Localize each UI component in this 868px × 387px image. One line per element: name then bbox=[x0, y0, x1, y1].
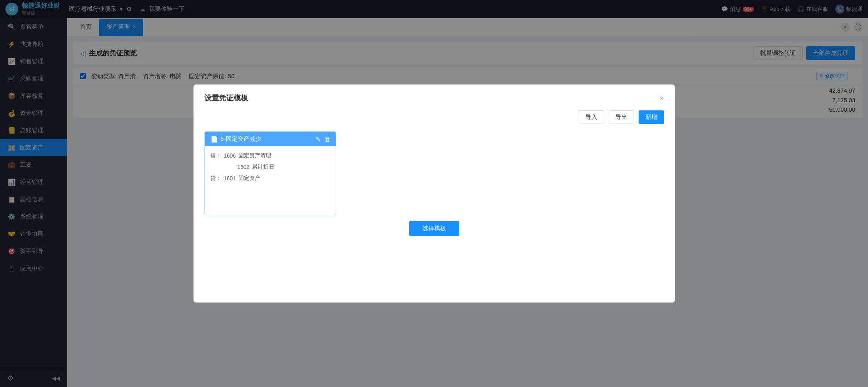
modal-dialog: 设置凭证模板 × 导入 导出 新增 📄 5-固定资产减少 ✎ 🗑 bbox=[193, 84, 675, 303]
modal-header: 设置凭证模板 × bbox=[193, 84, 675, 110]
template-row-3: 贷： 1601 固定资产 bbox=[205, 173, 336, 184]
new-btn[interactable]: 新增 bbox=[639, 110, 664, 124]
template-empty-rows bbox=[205, 184, 336, 211]
import-btn[interactable]: 导入 bbox=[579, 110, 604, 124]
template-card-actions: ✎ 🗑 bbox=[316, 136, 330, 143]
select-template-btn[interactable]: 选择模板 bbox=[409, 221, 459, 236]
template-file-icon: 📄 bbox=[210, 135, 218, 143]
row-name-2: 累计折旧 bbox=[252, 163, 274, 171]
template-card: 📄 5-固定资产减少 ✎ 🗑 借： 1606 固定资产清理 bbox=[204, 131, 336, 215]
export-btn[interactable]: 导出 bbox=[609, 110, 634, 124]
template-name: 5-固定资产减少 bbox=[221, 135, 262, 143]
modal-body: 📄 5-固定资产减少 ✎ 🗑 借： 1606 固定资产清理 bbox=[193, 131, 675, 247]
template-edit-icon[interactable]: ✎ bbox=[316, 136, 321, 143]
row-name-1: 固定资产清理 bbox=[238, 152, 271, 159]
select-template-area: 选择模板 bbox=[204, 221, 664, 236]
row-code-1: 1606 bbox=[224, 153, 236, 159]
template-delete-icon[interactable]: 🗑 bbox=[324, 136, 330, 143]
template-row-1: 借： 1606 固定资产清理 bbox=[205, 150, 336, 161]
template-header-left: 📄 5-固定资产减少 bbox=[210, 135, 262, 143]
row-code-3: 1601 bbox=[224, 175, 236, 182]
template-card-header: 📄 5-固定资产减少 ✎ 🗑 bbox=[205, 132, 336, 146]
row-name-3: 固定资产 bbox=[238, 174, 260, 182]
modal-overlay[interactable]: 设置凭证模板 × 导入 导出 新增 📄 5-固定资产减少 ✎ 🗑 bbox=[0, 0, 868, 387]
template-card-body: 借： 1606 固定资产清理 1602 累计折旧 贷： 1601 固定资产 bbox=[205, 146, 336, 215]
modal-title: 设置凭证模板 bbox=[204, 94, 248, 103]
row-type-3: 贷： bbox=[210, 174, 224, 182]
row-type-1: 借： bbox=[210, 152, 224, 159]
modal-toolbar: 导入 导出 新增 bbox=[193, 110, 675, 131]
row-code-2: 1602 bbox=[238, 164, 250, 170]
template-row-2: 1602 累计折旧 bbox=[205, 161, 336, 173]
modal-close-btn[interactable]: × bbox=[660, 94, 664, 103]
